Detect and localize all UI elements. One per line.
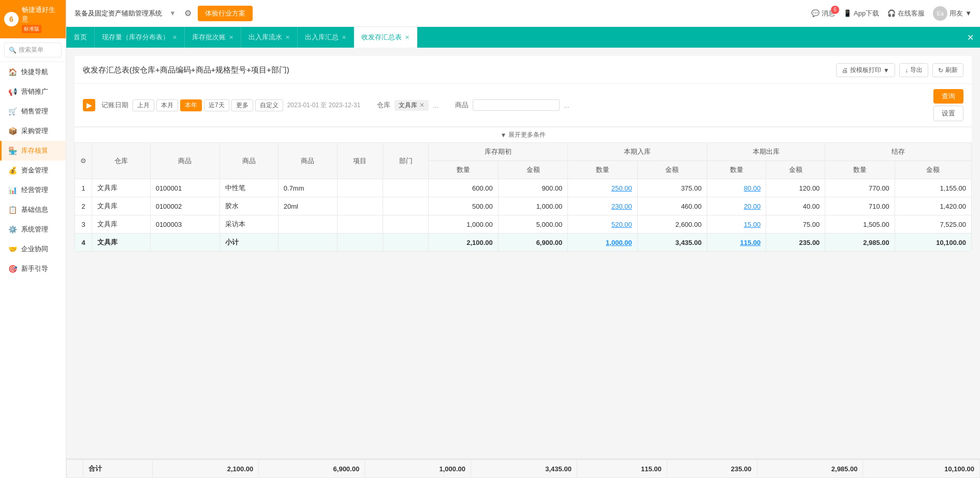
filter-toggle-btn[interactable]: ▶ (83, 99, 95, 111)
search-menu-button[interactable]: 🔍 搜索菜单 (4, 42, 62, 57)
print-btn[interactable]: 🖨 按模板打印 ▼ (836, 63, 895, 77)
sidebar-logo: 6 畅捷通好生意 标准版 (0, 0, 66, 38)
col-out-qty-header: 数量 (707, 161, 766, 179)
sidebar: 6 畅捷通好生意 标准版 🔍 搜索菜单 🏠 快捷导航 📢 营销推广 🛒 销售管理… (0, 0, 66, 478)
refresh-btn[interactable]: ↻ 刷新 (932, 63, 963, 77)
settings-icon[interactable]: ⚙ (184, 8, 192, 18)
tab-inout-flow[interactable]: 出入库流水 ✕ (241, 27, 298, 48)
tab-inventory-dist-label: 现存量（库存分布表） (102, 33, 169, 42)
data-table-wrap: ⚙ 仓库 商品 商品 商品 项目 部门 库存期初 本期入库 本期出库 结存 (75, 142, 972, 252)
sidebar-item-base[interactable]: 📋 基础信息 (0, 200, 66, 220)
in-qty-link[interactable]: 250.00 (611, 184, 632, 192)
trial-btn[interactable]: 体验行业方案 (198, 6, 253, 21)
date-btn-this-month[interactable]: 本月 (156, 99, 178, 111)
tab-close-icon[interactable]: ✕ (172, 34, 177, 41)
remove-warehouse-btn[interactable]: ✕ (419, 102, 425, 109)
date-filter-section: 记账日期 上月 本月 本年 近7天 更多 自定义 2023-01-01 至 20… (101, 99, 360, 111)
tab-close-icon[interactable]: ✕ (285, 34, 290, 41)
row-bal-qty: 2,985.00 (825, 234, 895, 252)
row-out-qty[interactable]: 115.00 (707, 234, 766, 252)
sidebar-item-inventory[interactable]: 🏪 库存核算 (0, 141, 66, 161)
row-out-amt: 75.00 (766, 215, 825, 234)
goods-more-btn[interactable]: ... (564, 102, 569, 109)
row-begin-qty: 500.00 (429, 197, 498, 215)
tab-batch-label: 库存批次账 (192, 33, 226, 42)
sidebar-item-collab[interactable]: 🤝 企业协同 (0, 239, 66, 259)
app-download-btn[interactable]: 📱 App下载 (843, 9, 879, 18)
warehouse-tag: 文具库 ✕ (394, 100, 429, 111)
tab-close-icon[interactable]: ✕ (405, 34, 409, 41)
footer-label: 合计 (83, 460, 153, 478)
tab-stockflow-summary[interactable]: 收发存汇总表 ✕ (354, 27, 417, 48)
tab-home[interactable]: 首页 (66, 27, 95, 48)
row-in-amt: 2,600.00 (637, 215, 707, 234)
in-qty-link[interactable]: 520.00 (611, 221, 632, 228)
out-qty-link[interactable]: 20.00 (744, 202, 761, 210)
sidebar-item-system[interactable]: ⚙️ 系统管理 (0, 220, 66, 239)
row-name: 采访本 (220, 215, 279, 234)
row-dept (383, 197, 429, 215)
date-label: 记账日期 (101, 100, 128, 110)
row-out-amt: 120.00 (766, 179, 825, 197)
filter-settings-btn[interactable]: 设置 (933, 106, 963, 121)
operation-icon: 📊 (8, 186, 17, 194)
in-qty-link[interactable]: 230.00 (611, 202, 632, 210)
user-menu[interactable]: Ea 用友 ▼ (933, 6, 972, 21)
sidebar-item-marketing[interactable]: 📢 营销推广 (0, 82, 66, 102)
sidebar-search-area: 🔍 搜索菜单 (0, 38, 66, 62)
row-in-qty[interactable]: 230.00 (568, 197, 637, 215)
in-qty-link[interactable]: 1,000.00 (606, 239, 632, 247)
date-btn-more[interactable]: 更多 (231, 99, 253, 111)
sidebar-item-sales[interactable]: 🛒 销售管理 (0, 102, 66, 121)
out-qty-link[interactable]: 15.00 (744, 221, 761, 228)
date-btn-7days[interactable]: 近7天 (204, 99, 229, 111)
row-in-qty[interactable]: 250.00 (568, 179, 637, 197)
row-out-qty[interactable]: 80.00 (707, 179, 766, 197)
row-spec (278, 234, 337, 252)
page-card: 收发存汇总表(按仓库+商品编码+商品+规格型号+项目+部门) 🖨 按模板打印 ▼… (75, 56, 972, 252)
row-bal-qty: 770.00 (825, 179, 895, 197)
query-btn[interactable]: 查询 (933, 89, 963, 104)
sidebar-item-newbie[interactable]: 🎯 新手引导 (0, 259, 66, 279)
content-area: 收发存汇总表(按仓库+商品编码+商品+规格型号+项目+部门) 🖨 按模板打印 ▼… (66, 48, 980, 458)
online-service-btn[interactable]: 🎧 在线客服 (887, 9, 925, 18)
out-qty-link[interactable]: 80.00 (744, 184, 761, 192)
footer-begin-amt: 6,900.00 (259, 460, 365, 478)
tab-inventory-dist[interactable]: 现存量（库存分布表） ✕ (95, 27, 185, 48)
tab-close-icon[interactable]: ✕ (229, 34, 233, 41)
goods-filter: 商品 ... (455, 99, 569, 111)
row-out-amt: 40.00 (766, 197, 825, 215)
page-title-row: 收发存汇总表(按仓库+商品编码+商品+规格型号+项目+部门) 🖨 按模板打印 ▼… (83, 63, 963, 77)
date-btn-last-month[interactable]: 上月 (133, 99, 154, 111)
row-in-amt: 460.00 (637, 197, 707, 215)
footer-total-row: 合计 2,100.00 6,900.00 1,000.00 3,435.00 1… (67, 460, 980, 478)
tab-batch[interactable]: 库存批次账 ✕ (185, 27, 241, 48)
date-btn-custom[interactable]: 自定义 (255, 99, 283, 111)
close-all-tabs-btn[interactable]: ✕ (961, 33, 980, 42)
tab-inout-summary[interactable]: 出入库汇总 ✕ (298, 27, 354, 48)
expand-filter-btn[interactable]: ▼ 展开更多条件 (75, 127, 972, 142)
page-actions: 🖨 按模板打印 ▼ ↓ 导出 ↻ 刷新 (836, 63, 963, 77)
footer-table: 合计 2,100.00 6,900.00 1,000.00 3,435.00 1… (66, 459, 980, 478)
sidebar-item-purchase[interactable]: 📦 采购管理 (0, 121, 66, 141)
date-btn-this-year[interactable]: 本年 (180, 99, 202, 111)
goods-label: 商品 (455, 100, 469, 110)
goods-input[interactable] (473, 99, 560, 111)
sidebar-item-finance[interactable]: 💰 资金管理 (0, 161, 66, 180)
tab-close-icon[interactable]: ✕ (342, 34, 346, 41)
sidebar-item-quick[interactable]: 🏠 快捷导航 (0, 62, 66, 82)
row-in-qty[interactable]: 520.00 (568, 215, 637, 234)
out-qty-link[interactable]: 115.00 (740, 239, 760, 247)
chevron-down-icon: ▼ (883, 67, 889, 74)
row-project (337, 179, 383, 197)
footer-out-amt: 235.00 (667, 460, 757, 478)
export-btn[interactable]: ↓ 导出 (899, 63, 928, 77)
sidebar-item-operation[interactable]: 📊 经营管理 (0, 180, 66, 200)
col-settings-icon[interactable]: ⚙ (80, 157, 86, 165)
row-out-qty[interactable]: 15.00 (707, 215, 766, 234)
message-btn[interactable]: 💬 消息 6 (811, 9, 835, 18)
data-table: ⚙ 仓库 商品 商品 商品 项目 部门 库存期初 本期入库 本期出库 结存 (75, 142, 972, 252)
row-out-qty[interactable]: 20.00 (707, 197, 766, 215)
warehouse-more-btn[interactable]: ... (433, 102, 438, 109)
row-in-qty[interactable]: 1,000.00 (568, 234, 637, 252)
